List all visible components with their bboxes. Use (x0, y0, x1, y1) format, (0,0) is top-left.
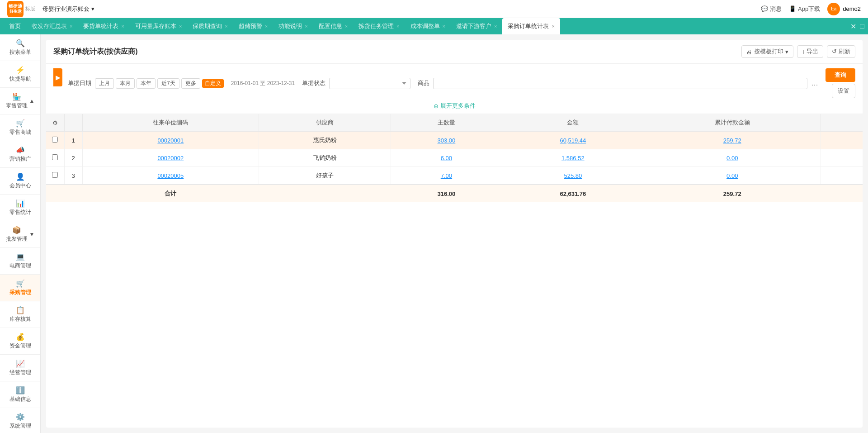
date-btn-7days[interactable]: 近7天 (157, 78, 179, 89)
search-actions: 查询 设置 (826, 68, 855, 98)
sidebar-item-retail-stat[interactable]: 📊 零售统计 (0, 195, 40, 221)
expand-more-btn[interactable]: ⊕ 展开更多条件 (434, 102, 476, 110)
sidebar-item-inventory[interactable]: 📋 库存核算 (0, 301, 40, 328)
tab-expiry[interactable]: 保质期查询 × (187, 18, 233, 34)
quicknav-icon: ⚡ (2, 66, 38, 74)
row-checkbox-cell[interactable] (46, 167, 64, 185)
nav-close-icon[interactable]: ✕ (850, 22, 856, 31)
tab-config[interactable]: 配置信息 × (313, 18, 353, 34)
tab-pick-task-close[interactable]: × (396, 24, 399, 29)
goods-more-icon[interactable]: … (811, 79, 818, 87)
row-paid-amount[interactable]: 0.00 (644, 149, 821, 167)
tab-func-desc[interactable]: 功能说明 × (273, 18, 313, 34)
message-action[interactable]: 💬 消息 (761, 5, 782, 13)
message-icon: 💬 (761, 5, 768, 12)
date-btn-more[interactable]: 更多 (181, 78, 200, 89)
sidebar-item-finance[interactable]: 💰 资金管理 (0, 328, 40, 355)
sidebar-inventory-label: 库存核算 (2, 315, 38, 323)
goods-input[interactable] (433, 78, 807, 89)
tab-order-stat[interactable]: 要货单统计表 × (78, 18, 129, 34)
tab-pick-task[interactable]: 拣货任务管理 × (353, 18, 405, 34)
row-checkbox[interactable] (52, 172, 58, 178)
row-amount[interactable]: 525.80 (502, 167, 644, 185)
row-checkbox[interactable] (52, 137, 58, 143)
sidebar-item-purchase[interactable]: 🛒 采购管理 (0, 275, 40, 301)
filter-fields: 单据日期 上月 本月 本年 近7天 更多 自定义 (68, 68, 855, 98)
tab-expiry-close[interactable]: × (225, 24, 227, 29)
date-btn-last-month[interactable]: 上月 (95, 78, 114, 89)
footer-paid-amount: 259.72 (644, 185, 821, 202)
row-main-qty[interactable]: 6.00 (391, 149, 502, 167)
row-checkbox-cell[interactable] (46, 132, 64, 149)
sidebar-wholesale-label: 批发管理 (6, 235, 28, 243)
row-paid-amount[interactable]: 0.00 (644, 167, 821, 185)
row-supplier-code[interactable]: 00020001 (82, 132, 259, 149)
sidebar-item-marketing[interactable]: 📣 营销推广 (0, 141, 40, 168)
search-button[interactable]: 查询 (826, 68, 855, 82)
settings-button[interactable]: 设置 (832, 84, 855, 98)
sidebar-item-operations[interactable]: 📈 经营管理 (0, 355, 40, 381)
tab-invite-close[interactable]: × (494, 24, 497, 29)
tab-purchase-stat[interactable]: 采购订单统计表 × (502, 18, 560, 34)
user-profile[interactable]: Ea demo2 (827, 3, 861, 15)
tab-purchase-stat-close[interactable]: × (552, 24, 554, 29)
date-btn-this-year[interactable]: 本年 (137, 78, 156, 89)
sidebar-retail-stat-label: 零售统计 (2, 209, 38, 216)
sidebar-item-ecom[interactable]: 💻 电商管理 (0, 248, 40, 275)
app-download-action[interactable]: 📱 App下载 (789, 5, 820, 13)
tab-order-stat-label: 要货单统计表 (83, 22, 118, 30)
tab-home[interactable]: 首页 (4, 18, 26, 34)
sidebar-item-quicknav[interactable]: ⚡ 快捷导航 (0, 61, 40, 88)
template-print-button[interactable]: 🖨 按模板打印 ▾ (741, 45, 793, 58)
row-supplier-code[interactable]: 00020002 (82, 149, 259, 167)
inventory-icon: 📋 (2, 306, 38, 314)
row-main-qty[interactable]: 7.00 (391, 167, 502, 185)
refresh-button[interactable]: ↺ 刷新 (827, 45, 855, 58)
footer-label: 合计 (82, 185, 259, 202)
app-logo: 畅捷通 好生意 (7, 1, 24, 17)
settings-icon[interactable]: ⚙ (52, 119, 58, 126)
tab-func-desc-label: 功能说明 (278, 22, 302, 30)
nav-maximize-icon[interactable]: □ (860, 22, 864, 30)
table-header-row: ⚙ 往来单位编码 供应商 主数量 金额 累计付款金额 (46, 114, 863, 132)
tab-invite[interactable]: 邀请下游客户 × (451, 18, 502, 34)
tab-overstock[interactable]: 超储预警 × (233, 18, 273, 34)
export-button[interactable]: ↓ 导出 (797, 45, 823, 58)
app-download-icon: 📱 (789, 5, 796, 12)
row-supplier-name: 惠氏奶粉 (259, 132, 391, 149)
row-main-qty[interactable]: 303.00 (391, 132, 502, 149)
sidebar-item-wholesale[interactable]: 📦 批发管理 ▼ (0, 221, 40, 248)
filter-date-group: 单据日期 上月 本月 本年 近7天 更多 自定义 (68, 78, 224, 89)
row-checkbox[interactable] (52, 154, 58, 160)
tab-cost-adjust[interactable]: 成本调整单 × (405, 18, 451, 34)
workspace-selector[interactable]: 母婴行业演示账套 ▾ (39, 3, 98, 15)
tab-usable-stock[interactable]: 可用量库存账本 × (130, 18, 187, 34)
filter-toggle[interactable]: ▶ (53, 68, 62, 86)
tab-cost-adjust-close[interactable]: × (443, 24, 445, 29)
top-bar-right: 💬 消息 📱 App下载 Ea demo2 (761, 3, 861, 15)
tab-config-close[interactable]: × (345, 24, 348, 29)
tab-func-desc-close[interactable]: × (305, 24, 307, 29)
row-paid-amount[interactable]: 259.72 (644, 132, 821, 149)
table-row: 3 00020005 好孩子 7.00 525.80 0.00 (46, 167, 863, 185)
row-amount[interactable]: 1,586.52 (502, 149, 644, 167)
sidebar-item-retail[interactable]: 🏪 零售管理 ▲ (0, 88, 40, 114)
tab-order-stat-close[interactable]: × (121, 24, 124, 29)
sidebar-item-search[interactable]: 🔍 搜索菜单 (0, 34, 40, 61)
col-settings[interactable]: ⚙ (46, 114, 64, 132)
row-supplier-code[interactable]: 00020005 (82, 167, 259, 185)
tab-stock-summary[interactable]: 收发存汇总表 × (26, 18, 78, 34)
tab-overstock-close[interactable]: × (265, 24, 268, 29)
row-checkbox-cell[interactable] (46, 149, 64, 167)
sidebar-item-retail-shop[interactable]: 🛒 零售商城 (0, 114, 40, 141)
tab-stock-summary-close[interactable]: × (70, 24, 72, 29)
status-select[interactable] (329, 78, 410, 89)
tab-usable-stock-close[interactable]: × (179, 24, 182, 29)
row-amount[interactable]: 60,519.44 (502, 132, 644, 149)
footer-empty1 (46, 185, 64, 202)
sidebar-item-system[interactable]: ⚙️ 系统管理 (0, 408, 40, 433)
date-btn-this-month[interactable]: 本月 (116, 78, 135, 89)
sidebar-item-member[interactable]: 👤 会员中心 (0, 168, 40, 195)
avatar-initials: Ea (831, 6, 836, 11)
sidebar-item-basic[interactable]: ℹ️ 基础信息 (0, 381, 40, 408)
